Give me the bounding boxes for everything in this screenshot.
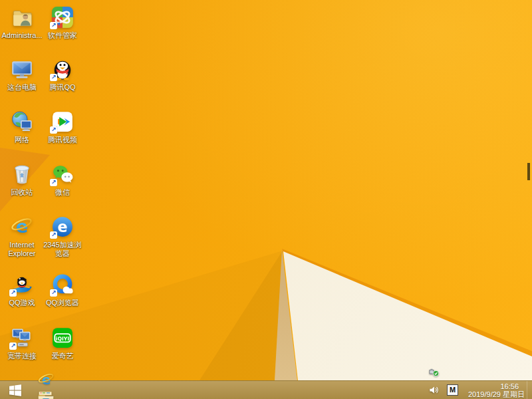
screen-edge-artifact: [527, 163, 530, 180]
file-explorer-icon: [37, 391, 55, 399]
usb-safely-remove-icon[interactable]: [427, 362, 440, 381]
shortcut-arrow-icon: ↗: [50, 231, 57, 239]
desktop-icon-label: 2345加速浏览器: [41, 241, 84, 258]
desktop-icon-label: 这台电脑: [7, 83, 37, 92]
system-tray: M 16:56 2019/9/29 星期日: [427, 381, 532, 399]
taskbar-clock[interactable]: 16:56 2019/9/29 星期日: [464, 382, 527, 398]
shortcut-arrow-icon: ↗: [50, 289, 57, 297]
desktop-icon-label: 回收站: [11, 188, 33, 197]
volume-icon[interactable]: [427, 381, 440, 399]
clock-date: 2019/9/29 星期日: [468, 390, 525, 398]
user-folder-icon: [10, 5, 34, 29]
desktop-icon-broadband[interactable]: ↗宽带连接: [0, 326, 44, 360]
clock-time: 16:56: [500, 382, 525, 390]
desktop-icon-internet-explorer[interactable]: eInternet Explorer: [0, 215, 44, 258]
pinned-apps: e: [31, 372, 61, 399]
desktop-icon-label: 网络: [15, 136, 29, 144]
taskbar-button-internet-explorer[interactable]: e: [31, 372, 61, 390]
computer-icon: [10, 57, 34, 81]
qq-penguin-icon: ↗: [51, 57, 74, 81]
desktop-icon-qq-games[interactable]: ↗QQ游戏: [0, 273, 44, 307]
shortcut-arrow-icon: ↗: [50, 74, 57, 81]
shortcut-arrow-icon: ↗: [9, 289, 17, 297]
shortcut-arrow-icon: ↗: [50, 179, 57, 186]
ie-taskbar-icon: e: [38, 372, 55, 390]
start-button[interactable]: [0, 381, 31, 399]
desktop-icon-label: 腾讯视频: [48, 136, 77, 144]
broadband-icon: ↗: [10, 326, 34, 350]
browser-2345-icon: e↗: [51, 215, 74, 239]
desktop-icon-label: 软件管家: [48, 31, 77, 40]
desktop-icon-tencent-video[interactable]: ↗腾讯视频: [41, 110, 84, 144]
taskbar: e M 16:56 2019/9/29 星期日: [0, 380, 532, 399]
desktop-icon-label: 微信: [55, 188, 70, 197]
desktop-icon-network[interactable]: 网络: [0, 110, 44, 144]
ime-indicator[interactable]: M: [447, 384, 458, 396]
network-globe-icon: [10, 110, 34, 134]
shortcut-arrow-icon: ↗: [50, 22, 57, 29]
desktop-icon-this-pc[interactable]: 这台电脑: [0, 57, 44, 92]
desktop-icon-label: 腾讯QQ: [49, 83, 75, 92]
desktop-icon-label: 爱奇艺: [52, 352, 74, 360]
desktop-icon-wechat[interactable]: ↗微信: [41, 162, 84, 197]
desktop-icon-label: QQ游戏: [9, 299, 35, 307]
screen: Administra...↗软件管家这台电脑↗腾讯QQ网络↗腾讯视频回收站↗微信…: [0, 0, 532, 399]
recycle-bin-icon: [10, 162, 34, 186]
desktop-icon-tencent-qq[interactable]: ↗腾讯QQ: [41, 57, 84, 92]
software-manager-icon: ↗: [51, 5, 74, 29]
taskbar-button-file-explorer[interactable]: [31, 390, 61, 399]
wechat-icon: ↗: [51, 162, 74, 186]
qq-games-icon: ↗: [10, 273, 34, 297]
desktop-background[interactable]: Administra...↗软件管家这台电脑↗腾讯QQ网络↗腾讯视频回收站↗微信…: [0, 0, 532, 380]
ie-icon: e: [10, 215, 34, 239]
svg-text:e: e: [57, 218, 67, 235]
desktop-icon-administrator[interactable]: Administra...: [0, 5, 44, 40]
desktop-icon-software-manager[interactable]: ↗软件管家: [41, 5, 84, 40]
desktop-icon-label: QQ浏览器: [46, 299, 79, 307]
shortcut-arrow-icon: ↗: [9, 342, 17, 350]
windows-start-icon: [9, 384, 21, 396]
desktop-icon-iqiyi[interactable]: iQIYI爱奇艺: [41, 326, 84, 360]
desktop-icon-qq-browser[interactable]: ↗QQ浏览器: [41, 273, 84, 307]
shortcut-arrow-icon: ↗: [50, 126, 57, 134]
qq-browser-icon: ↗: [51, 273, 74, 297]
tray-icons: [427, 362, 440, 399]
iqiyi-icon: iQIYI: [51, 326, 74, 350]
desktop-icon-label: 宽带连接: [7, 352, 37, 360]
desktop-icon-label: Administra...: [1, 31, 42, 40]
tencent-video-icon: ↗: [51, 110, 74, 134]
desktop-icon-label: Internet Explorer: [0, 241, 44, 258]
show-desktop-button[interactable]: [527, 381, 532, 399]
desktop-icon-recycle-bin[interactable]: 回收站: [0, 162, 44, 197]
svg-text:iQIYI: iQIYI: [56, 336, 69, 342]
desktop-icon-browser-2345[interactable]: e↗2345加速浏览器: [41, 215, 84, 258]
